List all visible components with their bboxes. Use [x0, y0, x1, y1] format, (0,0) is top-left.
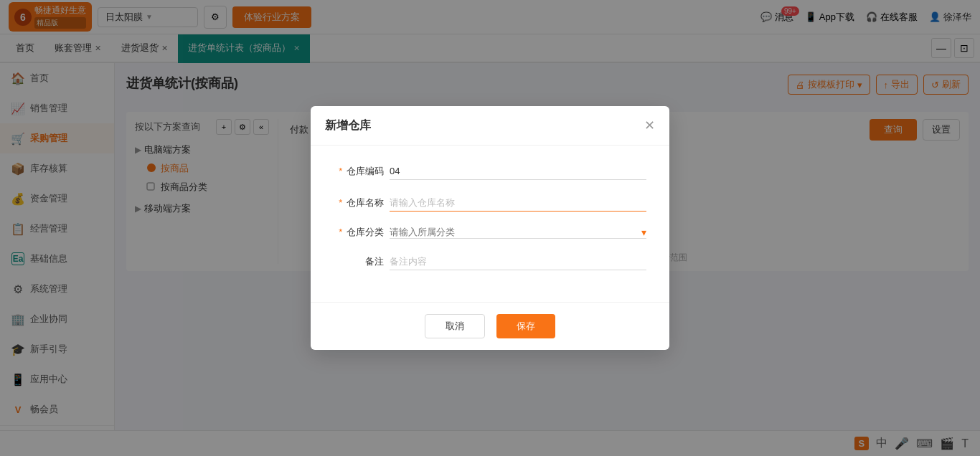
name-label: * 仓库名称	[334, 196, 384, 209]
remark-label: 备注	[334, 255, 384, 268]
modal-title: 新增仓库	[325, 118, 371, 133]
category-form-row: * 仓库分类 ▾	[334, 226, 646, 239]
category-label: * 仓库分类	[334, 226, 384, 239]
modal-footer: 取消 保存	[311, 302, 669, 350]
modal-close-button[interactable]: ✕	[644, 118, 655, 133]
add-warehouse-modal: 新增仓库 ✕ * 仓库编码 * 仓库名称	[311, 106, 669, 350]
category-input[interactable]	[390, 227, 641, 237]
code-input[interactable]	[390, 163, 646, 180]
required-star-category: *	[339, 227, 342, 237]
modal-body: * 仓库编码 * 仓库名称 * 仓库分类	[311, 146, 669, 302]
code-form-row: * 仓库编码	[334, 163, 646, 180]
remark-form-row: 备注	[334, 253, 646, 270]
category-dropdown-icon: ▾	[641, 227, 646, 238]
modal-header: 新增仓库 ✕	[311, 106, 669, 146]
category-select-wrap[interactable]: ▾	[390, 227, 646, 239]
save-button[interactable]: 保存	[496, 314, 555, 338]
remark-input[interactable]	[390, 253, 646, 270]
required-star-name: *	[339, 197, 342, 208]
cancel-button[interactable]: 取消	[425, 314, 485, 338]
required-star-code: *	[339, 166, 342, 176]
name-input[interactable]	[390, 194, 646, 212]
code-label: * 仓库编码	[334, 165, 384, 178]
name-form-row: * 仓库名称	[334, 194, 646, 212]
modal-overlay[interactable]: 新增仓库 ✕ * 仓库编码 * 仓库名称	[0, 0, 980, 456]
